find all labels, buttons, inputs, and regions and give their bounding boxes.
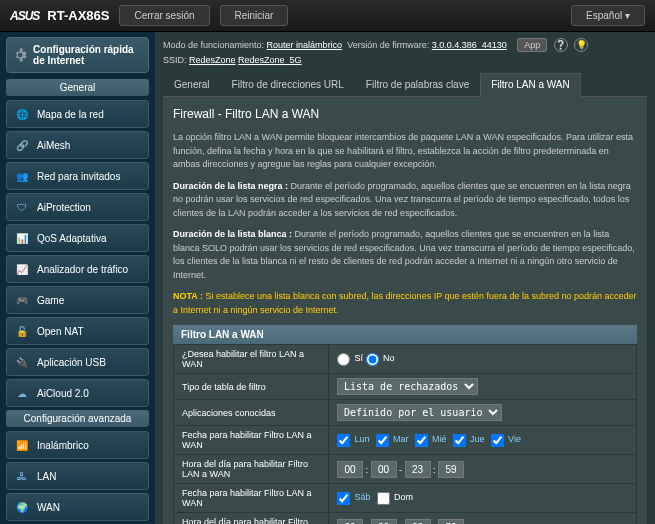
content-area: Modo de funcionamiento: Router inalámbri… xyxy=(155,32,655,524)
nav-icon: ☁ xyxy=(13,385,31,401)
nav-wan[interactable]: 🌍WAN xyxy=(6,493,149,521)
logout-button[interactable]: Cerrar sesión xyxy=(119,5,209,26)
ssid1-link[interactable]: RedesZone xyxy=(189,55,236,65)
section-advanced: Configuración avanzada xyxy=(6,410,149,427)
section-general: General xyxy=(6,79,149,96)
nav-icon: 👥 xyxy=(13,168,31,184)
nav-icon: 🖧 xyxy=(13,468,31,484)
nav-icon: 🛡 xyxy=(13,199,31,215)
chk-Jue[interactable]: Jue xyxy=(453,434,485,444)
qis-button[interactable]: Configuración rápida de Internet xyxy=(6,37,149,73)
help-icon[interactable]: ❔ xyxy=(554,38,568,52)
nav-aimesh[interactable]: 🔗AiMesh xyxy=(6,131,149,159)
t-h1[interactable] xyxy=(337,519,363,525)
chk-Vie[interactable]: Vie xyxy=(491,434,521,444)
nav-aicloud-2.0[interactable]: ☁AiCloud 2.0 xyxy=(6,379,149,407)
lbl-time2: Hora del día para habilitar Filtro LAN a… xyxy=(174,513,329,525)
chk-Lun[interactable]: Lun xyxy=(337,434,370,444)
lbl-date1: Fecha para habilitar Filtro LAN a WAN xyxy=(174,426,329,455)
chk-Dom[interactable]: Dom xyxy=(377,492,414,502)
chk-Mié[interactable]: Mié xyxy=(415,434,447,444)
nav-icon: 🎮 xyxy=(13,292,31,308)
ssid2-link[interactable]: RedesZone_5G xyxy=(238,55,302,65)
firewall-panel: Firewall - Filtro LAN a WAN La opción fi… xyxy=(163,97,647,524)
nav-icon: 🌐 xyxy=(13,106,31,122)
t-m2[interactable] xyxy=(438,519,464,525)
brand-logo: ASUS xyxy=(10,9,39,23)
t-m2[interactable] xyxy=(438,461,464,478)
tab-1[interactable]: Filtro de direcciones URL xyxy=(221,73,355,96)
chk-Sáb[interactable]: Sáb xyxy=(337,492,371,502)
tab-2[interactable]: Filtro de palabras clave xyxy=(355,73,480,96)
bulb-icon[interactable]: 💡 xyxy=(574,38,588,52)
nav-icon: 📈 xyxy=(13,261,31,277)
gear-icon xyxy=(13,45,27,65)
select-known[interactable]: Definido por el usuario xyxy=(337,404,502,421)
select-tabletype[interactable]: Lista de rechazados xyxy=(337,378,478,395)
model-label: RT-AX86S xyxy=(47,8,109,23)
nav-lan[interactable]: 🖧LAN xyxy=(6,462,149,490)
op-mode-link[interactable]: Router inalámbrico xyxy=(267,40,343,50)
desc-white: Duración de la lista blanca : Durante el… xyxy=(173,228,637,282)
info-row-2: SSID: RedesZone RedesZone_5G xyxy=(163,55,647,65)
t-m1[interactable] xyxy=(371,519,397,525)
nav-icon: 📶 xyxy=(13,437,31,453)
nav-game[interactable]: 🎮Game xyxy=(6,286,149,314)
desc-black: Duración de la lista negra : Durante el … xyxy=(173,180,637,221)
nav-icon: 🌍 xyxy=(13,499,31,515)
nav-icon: 🔓 xyxy=(13,323,31,339)
t-h2[interactable] xyxy=(405,461,431,478)
nav-icon: 📊 xyxy=(13,230,31,246)
nav-red-para-invitados[interactable]: 👥Red para invitados xyxy=(6,162,149,190)
desc-intro: La opción filtro LAN a WAN permite bloqu… xyxy=(173,131,637,172)
nav-icon: 🔌 xyxy=(13,354,31,370)
t-m1[interactable] xyxy=(371,461,397,478)
nav-aiprotection[interactable]: 🛡AiProtection xyxy=(6,193,149,221)
app-badge[interactable]: App xyxy=(517,38,547,52)
lbl-known: Aplicaciones conocidas xyxy=(174,400,329,426)
section-filter: Filtro LAN a WAN xyxy=(173,325,637,344)
sidebar: Configuración rápida de Internet General… xyxy=(0,32,155,524)
language-select[interactable]: Español ▾ xyxy=(571,5,645,26)
tab-3[interactable]: Filtro LAN a WAN xyxy=(480,73,581,97)
info-row-1: Modo de funcionamiento: Router inalámbri… xyxy=(163,38,647,52)
nav-inalámbrico[interactable]: 📶Inalámbrico xyxy=(6,431,149,459)
t-h2[interactable] xyxy=(405,519,431,525)
lbl-enable: ¿Desea habilitar el filtro LAN a WAN xyxy=(174,345,329,374)
nav-mapa-de-la-red[interactable]: 🌐Mapa de la red xyxy=(6,100,149,128)
lbl-date2: Fecha para habilitar Filtro LAN a WAN xyxy=(174,484,329,513)
tab-bar: GeneralFiltro de direcciones URLFiltro d… xyxy=(163,73,647,97)
radio-yes[interactable]: Sí xyxy=(337,353,363,363)
nav-icon: 🔗 xyxy=(13,137,31,153)
lbl-tabletype: Tipo de tabla de filtro xyxy=(174,374,329,400)
top-bar: ASUS RT-AX86S Cerrar sesión Reiniciar Es… xyxy=(0,0,655,32)
t-h1[interactable] xyxy=(337,461,363,478)
firmware-link[interactable]: 3.0.0.4.386_44130 xyxy=(432,40,507,50)
nav-open-nat[interactable]: 🔓Open NAT xyxy=(6,317,149,345)
page-title: Firewall - Filtro LAN a WAN xyxy=(173,107,637,121)
nav-aplicación-usb[interactable]: 🔌Aplicación USB xyxy=(6,348,149,376)
chk-Mar[interactable]: Mar xyxy=(376,434,409,444)
reboot-button[interactable]: Reiniciar xyxy=(220,5,289,26)
note-text: NOTA : Si establece una lista blanca con… xyxy=(173,290,637,317)
tab-0[interactable]: General xyxy=(163,73,221,96)
nav-qos-adaptativa[interactable]: 📊QoS Adaptativa xyxy=(6,224,149,252)
settings-table: ¿Desea habilitar el filtro LAN a WAN Sí … xyxy=(173,344,637,524)
nav-analizador-de-tráfico[interactable]: 📈Analizador de tráfico xyxy=(6,255,149,283)
lbl-time1: Hora del día para habilitar Filtro LAN a… xyxy=(174,455,329,484)
radio-no[interactable]: No xyxy=(366,353,395,363)
